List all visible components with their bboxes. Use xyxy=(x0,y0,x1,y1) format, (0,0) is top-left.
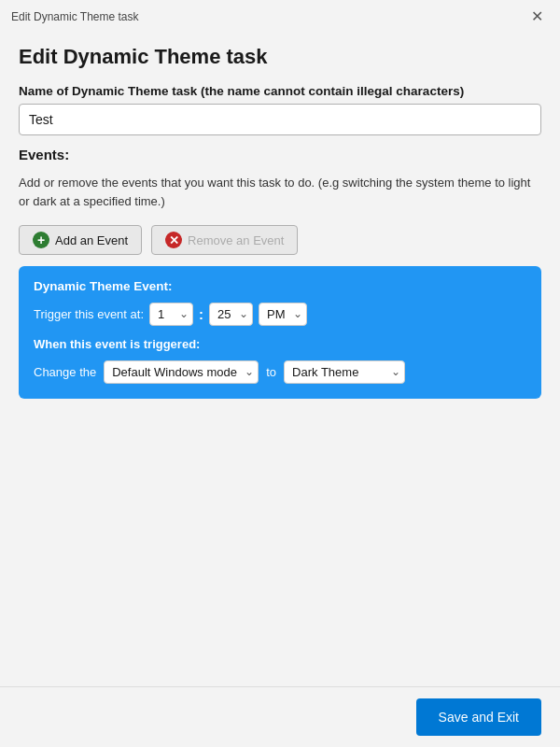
events-description: Add or remove the events that you want t… xyxy=(19,174,541,210)
mode-select-wrapper: Default Windows mode Light Mode Dark Mod… xyxy=(104,360,259,384)
dialog-body: Edit Dynamic Theme task Name of Dynamic … xyxy=(0,30,560,686)
x-icon: ✕ xyxy=(165,232,182,248)
title-bar-label: Edit Dynamic Theme task xyxy=(11,10,139,23)
ampm-select-wrapper: AMPM xyxy=(259,303,307,326)
dialog-title: Edit Dynamic Theme task xyxy=(19,45,541,69)
hour-select[interactable]: 1234 5678 9101112 xyxy=(149,303,193,326)
remove-event-button[interactable]: ✕ Remove an Event xyxy=(151,225,298,255)
footer: Save and Exit xyxy=(0,686,560,747)
plus-icon: + xyxy=(33,232,49,248)
add-event-button[interactable]: + Add an Event xyxy=(19,225,142,255)
time-colon: : xyxy=(199,306,203,322)
save-exit-button[interactable]: Save and Exit xyxy=(416,698,541,736)
ampm-select[interactable]: AMPM xyxy=(259,303,307,326)
to-label: to xyxy=(266,365,276,379)
event-card: Dynamic Theme Event: Trigger this event … xyxy=(19,266,541,399)
when-triggered-label: When this event is triggered: xyxy=(34,337,526,351)
close-button[interactable]: ✕ xyxy=(525,7,549,26)
name-field-label: Name of Dynamic Theme task (the name can… xyxy=(19,84,541,98)
title-bar: Edit Dynamic Theme task ✕ xyxy=(0,0,560,30)
trigger-row: Trigger this event at: 1234 5678 9101112… xyxy=(34,303,526,326)
event-buttons-row: + Add an Event ✕ Remove an Event xyxy=(19,225,541,255)
change-row: Change the Default Windows mode Light Mo… xyxy=(34,360,526,384)
name-field-section: Name of Dynamic Theme task (the name can… xyxy=(19,84,541,135)
events-section: Events: xyxy=(19,147,541,162)
minute-select[interactable]: 00051015 20253035 40455055 xyxy=(209,303,253,326)
change-the-label: Change the xyxy=(34,365,96,379)
event-card-title: Dynamic Theme Event: xyxy=(34,279,526,293)
theme-select-wrapper: Dark Theme Light Theme Windows Default xyxy=(284,360,405,384)
events-section-title: Events: xyxy=(19,147,541,162)
add-event-label: Add an Event xyxy=(55,233,128,247)
minute-select-wrapper: 00051015 20253035 40455055 xyxy=(209,303,253,326)
mode-select[interactable]: Default Windows mode Light Mode Dark Mod… xyxy=(104,360,259,384)
theme-select[interactable]: Dark Theme Light Theme Windows Default xyxy=(284,360,405,384)
trigger-label: Trigger this event at: xyxy=(34,307,144,321)
hour-select-wrapper: 1234 5678 9101112 xyxy=(149,303,193,326)
name-input[interactable] xyxy=(19,104,541,135)
remove-event-label: Remove an Event xyxy=(188,233,284,247)
